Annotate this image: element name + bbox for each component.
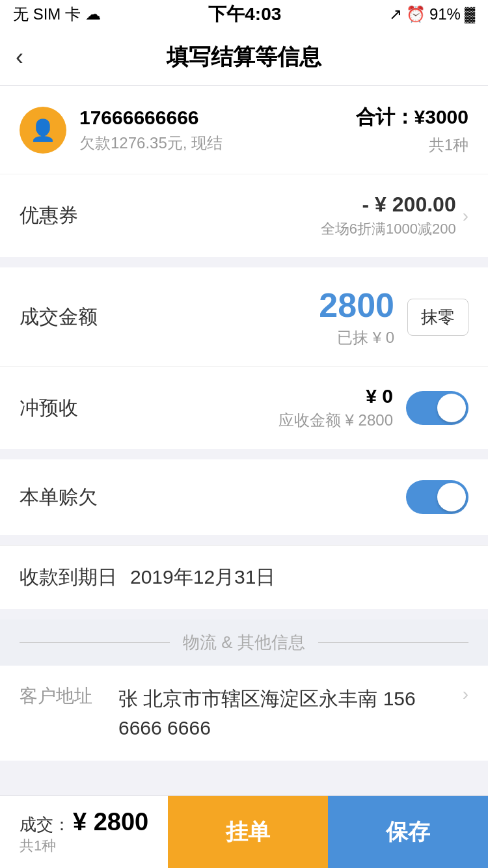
prereceive-amount: ¥ 0 bbox=[278, 385, 393, 407]
customer-debt: 欠款1276.35元, 现结 bbox=[79, 133, 223, 154]
hold-button[interactable]: 挂单 bbox=[168, 796, 328, 868]
amount-section: 成交金额 2800 已抹 ¥ 0 抹零 冲预收 ¥ 0 应收金额 ¥ 2800 bbox=[0, 267, 488, 449]
coupon-desc: 全场6折满1000减200 bbox=[321, 219, 456, 239]
customer-info: 17666666666 欠款1276.35元, 现结 bbox=[79, 107, 223, 154]
deal-amount-value: 2800 bbox=[319, 286, 394, 325]
round-button[interactable]: 抹零 bbox=[407, 299, 468, 336]
bottom-count: 共1种 bbox=[20, 836, 148, 856]
coupon-row[interactable]: 优惠券 - ¥ 200.00 全场6折满1000减200 › bbox=[0, 174, 488, 257]
divider-line-right bbox=[318, 642, 468, 643]
status-right: ↗ ⏰ 91% ▓ bbox=[389, 5, 475, 23]
order-count: 共1种 bbox=[356, 135, 468, 156]
bottom-deal-row: 成交： ¥ 2800 bbox=[20, 808, 148, 836]
address-section: 客户地址 张 北京市市辖区海淀区永丰南 156 6666 6666 › bbox=[0, 666, 488, 761]
back-button[interactable]: ‹ bbox=[16, 44, 23, 71]
address-label: 客户地址 bbox=[20, 684, 92, 709]
coupon-info: - ¥ 200.00 全场6折满1000减200 bbox=[321, 193, 456, 239]
deal-amount-row: 成交金额 2800 已抹 ¥ 0 抹零 bbox=[0, 267, 488, 366]
divider-line-left bbox=[20, 642, 170, 643]
deal-amount-value-group: 2800 已抹 ¥ 0 抹零 bbox=[319, 286, 468, 348]
coupon-right: - ¥ 200.00 全场6折满1000减200 › bbox=[321, 193, 468, 239]
address-row[interactable]: 客户地址 张 北京市市辖区海淀区永丰南 156 6666 6666 › bbox=[0, 666, 488, 761]
prereceive-label: 冲预收 bbox=[20, 395, 78, 422]
duedate-label: 收款到期日 bbox=[20, 564, 117, 591]
no-sim-text: 无 SIM 卡 ☁ bbox=[13, 4, 101, 25]
customer-right: 合计：¥3000 共1种 bbox=[356, 104, 468, 156]
duedate-section: 收款到期日 2019年12月31日 bbox=[0, 545, 488, 609]
address-chevron-icon: › bbox=[463, 684, 468, 705]
customer-left: 👤 17666666666 欠款1276.35元, 现结 bbox=[20, 107, 223, 154]
debt-toggle[interactable] bbox=[406, 480, 468, 514]
bottom-bar: 成交： ¥ 2800 共1种 挂单 保存 bbox=[0, 795, 488, 868]
order-total: 合计：¥3000 bbox=[356, 104, 468, 131]
coupon-amount: - ¥ 200.00 bbox=[321, 193, 456, 217]
prereceive-right: ¥ 0 应收金额 ¥ 2800 bbox=[278, 385, 468, 431]
bottom-actions: 挂单 保存 bbox=[168, 796, 488, 868]
duedate-value: 2019年12月31日 bbox=[130, 564, 275, 591]
logistics-divider: 物流 & 其他信息 bbox=[0, 619, 488, 666]
status-bar: 无 SIM 卡 ☁ 下午4:03 ↗ ⏰ 91% ▓ bbox=[0, 0, 488, 29]
debt-label: 本单赊欠 bbox=[20, 484, 98, 511]
status-left: 无 SIM 卡 ☁ bbox=[13, 4, 101, 25]
customer-section: 👤 17666666666 欠款1276.35元, 现结 合计：¥3000 共1… bbox=[0, 86, 488, 257]
nav-bar: ‹ 填写结算等信息 bbox=[0, 29, 488, 86]
battery-text: 91% bbox=[429, 5, 461, 23]
location-icon: ↗ bbox=[389, 5, 402, 23]
bottom-deal-label: 成交： bbox=[20, 813, 70, 836]
deal-amount-label: 成交金额 bbox=[20, 304, 98, 331]
coupon-label: 优惠券 bbox=[20, 202, 78, 229]
prereceive-sub: 应收金额 ¥ 2800 bbox=[278, 410, 393, 431]
save-button[interactable]: 保存 bbox=[328, 796, 488, 868]
debt-section: 本单赊欠 bbox=[0, 459, 488, 535]
prereceive-row: 冲预收 ¥ 0 应收金额 ¥ 2800 bbox=[0, 366, 488, 449]
avatar: 👤 bbox=[20, 107, 66, 154]
chevron-right-icon: › bbox=[463, 206, 468, 226]
duedate-row: 收款到期日 2019年12月31日 bbox=[0, 545, 488, 609]
address-value: 张 北京市市辖区海淀区永丰南 156 6666 6666 bbox=[118, 684, 450, 742]
bottom-info: 成交： ¥ 2800 共1种 bbox=[0, 808, 168, 856]
status-time: 下午4:03 bbox=[208, 2, 281, 27]
alarm-icon: ⏰ bbox=[406, 5, 426, 23]
page-title: 填写结算等信息 bbox=[167, 42, 321, 72]
rounded-sub: 已抹 ¥ 0 bbox=[319, 327, 394, 348]
customer-phone: 17666666666 bbox=[79, 107, 223, 129]
bottom-amount: ¥ 2800 bbox=[73, 808, 148, 836]
prereceive-values: ¥ 0 应收金额 ¥ 2800 bbox=[278, 385, 393, 431]
battery-icon: ▓ bbox=[465, 6, 475, 23]
prereceive-toggle[interactable] bbox=[406, 391, 468, 425]
customer-row: 👤 17666666666 欠款1276.35元, 现结 合计：¥3000 共1… bbox=[0, 86, 488, 174]
logistics-label: 物流 & 其他信息 bbox=[183, 631, 305, 654]
